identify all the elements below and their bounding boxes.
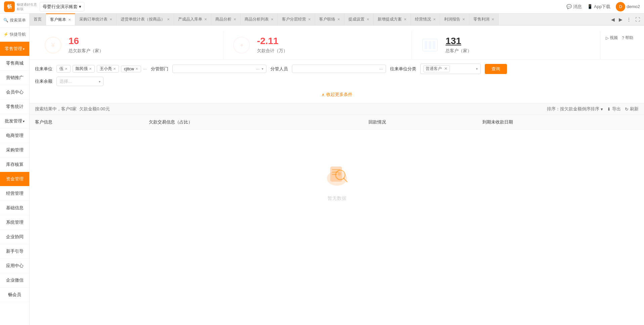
tab-close-icon[interactable]: ✕ [167, 17, 170, 21]
export-btn[interactable]: ⬇ 导出 [607, 106, 621, 112]
filter-tag-cjttcw: cjttcw ✕ [121, 66, 141, 72]
tab-close-icon[interactable]: ✕ [491, 17, 494, 21]
sidebar-item-retail[interactable]: 零售管理 ▾ [0, 42, 29, 56]
message-btn[interactable]: 💬 消息 [566, 4, 582, 10]
quick-nav-btn[interactable]: ⚡ 快捷导航 [3, 30, 27, 39]
tab-close-icon[interactable]: ✕ [110, 17, 112, 21]
page-content: ¥ 16 总欠款客户（家） ✦ [30, 26, 644, 325]
tab-prev-btn[interactable]: ◀ [610, 16, 616, 23]
tab-profit-report-label: 利润报告 [444, 16, 460, 22]
sidebar-item-enterprise[interactable]: 企业协同 [0, 230, 29, 244]
tab-close-icon[interactable]: ✕ [308, 17, 311, 21]
sidebar-item-system[interactable]: 系统管理 [0, 215, 29, 230]
debt-amount-icon: ✦ [231, 35, 252, 55]
filter-more-tags[interactable]: ··· [143, 66, 147, 71]
sidebar-item-operation[interactable]: 经营管理 [0, 186, 29, 201]
refresh-btn[interactable]: ↻ 刷新 [625, 106, 639, 112]
balance-select[interactable]: 选择... ▾ [56, 77, 103, 86]
user-btn[interactable]: D demo2 [616, 2, 640, 11]
sidebar-item-app-center[interactable]: 应用中心 [0, 259, 29, 273]
query-btn[interactable]: 查询 [485, 64, 507, 74]
tab-bar: 首页 客户账本 ✕ 采购订单统计表 ✕ 进货单统计表（按商品） ✕ 产成品入库单… [30, 13, 644, 26]
tab-close-icon[interactable]: ✕ [367, 17, 369, 21]
sort-btn[interactable]: 排序：按欠款金额倒序排序 ▾ [547, 106, 603, 112]
sidebar-item-basic[interactable]: 基础信息 [0, 201, 29, 215]
tab-retail-profit-label: 零售利润 [473, 16, 489, 22]
tab-goods-list[interactable]: 商品分析列表 ✕ [241, 13, 278, 26]
sidebar-item-wholesale[interactable]: 批发管理 ▾ [0, 114, 29, 129]
tab-profit-report[interactable]: 利润报告 ✕ [440, 13, 469, 26]
app-download-btn[interactable]: 📱 App下载 [587, 4, 610, 10]
tab-close-icon[interactable]: ✕ [68, 18, 71, 22]
help-label: 帮助 [625, 35, 633, 41]
tab-close-icon[interactable]: ✕ [271, 17, 273, 21]
tab-home[interactable]: 首页 [30, 13, 46, 26]
person-filter-label: 分管人员 [270, 66, 288, 72]
debt-amount-label: 欠款合计（万） [257, 48, 288, 54]
tab-product-stock[interactable]: 产成品入库单 ✕ [174, 13, 211, 26]
tab-close-icon[interactable]: ✕ [433, 17, 436, 21]
tab-new-increase-label: 新增提成方案 [378, 16, 402, 22]
video-link[interactable]: ▷ 视频 [606, 35, 618, 41]
sidebar-item-vip[interactable]: 畅会员 [0, 288, 29, 302]
chevron-down-icon: ▾ [23, 47, 25, 51]
tab-retail-profit[interactable]: 零售利润 ✕ [469, 13, 499, 26]
sidebar-item-label: 零售商城 [6, 61, 24, 66]
logo-subtitle: 标版 [17, 7, 37, 11]
tab-operations[interactable]: 经营情况 ✕ [411, 13, 440, 26]
remove-category-tag[interactable]: ✕ [444, 66, 447, 71]
tab-customer-capital[interactable]: 客户账本 ✕ [46, 13, 75, 26]
person-more[interactable]: ··· [379, 66, 383, 71]
tab-new-increase[interactable]: 新增提成方案 ✕ [374, 13, 411, 26]
sidebar-item-retail-shop[interactable]: 零售商城 [0, 56, 29, 71]
sidebar-item-marketing[interactable]: 营销推广 [0, 71, 29, 85]
tab-menu-btn[interactable]: ⋮ [625, 16, 633, 23]
remove-tag-chen[interactable]: ✕ [89, 67, 92, 71]
sidebar-item-capital[interactable]: 资金管理 [0, 172, 29, 186]
tab-bar-actions: ◀ ▶ ⋮ ⛶ [607, 16, 644, 23]
tab-close-icon[interactable]: ✕ [204, 17, 207, 21]
remove-tag-wu[interactable]: ✕ [65, 67, 68, 71]
sort-label: 排序：按欠款金额倒序排序 [547, 106, 599, 112]
remove-tag-cjttcw[interactable]: ✕ [135, 67, 138, 71]
sidebar-item-wechat[interactable]: 企业微信 [0, 273, 29, 288]
total-customers-value: 16 [69, 36, 103, 46]
tab-customer-layer[interactable]: 客户分层经营 ✕ [278, 13, 315, 26]
tab-close-icon[interactable]: ✕ [233, 17, 236, 21]
tab-close-icon[interactable]: ✕ [337, 17, 340, 21]
sidebar-search[interactable]: 🔍 搜索菜单 [0, 13, 29, 28]
sidebar-item-purchase[interactable]: 采购管理 [0, 143, 29, 157]
sidebar-item-ecommerce[interactable]: 电商管理 [0, 129, 29, 143]
app-download-label: App下载 [594, 4, 610, 10]
quick-nav[interactable]: ⚡ 快捷导航 [0, 28, 29, 42]
tab-increase-settings[interactable]: 提成设置 ✕ [344, 13, 374, 26]
tab-close-icon[interactable]: ✕ [462, 17, 465, 21]
svg-point-15 [338, 172, 341, 176]
chevron-up-icon: ∧ [321, 92, 325, 97]
dept-select[interactable]: ··· ▾ [172, 65, 266, 73]
sidebar-item-retail-stat[interactable]: 零售统计 [0, 100, 29, 114]
tab-customer-contact[interactable]: 客户联络 ✕ [315, 13, 344, 26]
sidebar-item-inventory[interactable]: 库存核算 [0, 157, 29, 172]
tab-next-btn[interactable]: ▶ [617, 16, 624, 23]
tab-goods-analysis[interactable]: 商品分析 ✕ [211, 13, 241, 26]
collapse-btn[interactable]: ∧ 收起更多条件 [35, 89, 639, 99]
svg-rect-6 [429, 41, 431, 49]
empty-state: 暂无数据 [30, 130, 644, 228]
remove-tag-wang[interactable]: ✕ [113, 67, 116, 71]
help-link[interactable]: ? 帮助 [622, 35, 633, 41]
empty-text: 暂无数据 [328, 195, 346, 202]
dept-more[interactable]: ··· [256, 66, 260, 71]
search-menu-btn[interactable]: 🔍 搜索菜单 [3, 16, 27, 25]
sidebar-item-guide[interactable]: 新手引导 [0, 244, 29, 259]
person-select[interactable]: ··· [292, 65, 386, 73]
sidebar-item-member[interactable]: 会员中心 [0, 85, 29, 100]
dept-filter-label: 分管部门 [151, 66, 168, 72]
org-selector[interactable]: 母婴行业演示账套 ▾ [40, 2, 84, 11]
tab-close-icon[interactable]: ✕ [404, 17, 406, 21]
summary-info-2: -2.11 欠款合计（万） [257, 36, 288, 54]
tab-fullscreen-btn[interactable]: ⛶ [634, 16, 641, 23]
tab-stock-stat[interactable]: 进货单统计表（按商品） ✕ [117, 13, 174, 26]
tab-purchase-order[interactable]: 采购订单统计表 ✕ [75, 13, 117, 26]
category-select[interactable]: 普通客户 ✕ ▾ [420, 64, 481, 74]
